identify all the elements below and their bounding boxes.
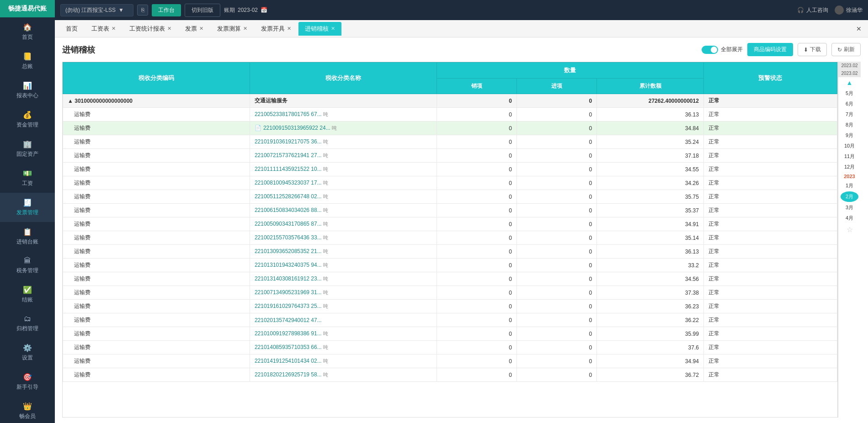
table-row[interactable]: 运输费 221018202126925719 58... 吨 0 0 36.72… [63,368,837,382]
refresh-button[interactable]: ↻ 刷新 [831,43,861,56]
panel-month-7[interactable]: 7月 [838,109,861,120]
main-content: (勿动) 江西报宝-LSS ▼ ⎘ 工作台 切到旧版 账期 2023-02 📅 … [55,0,868,423]
sidebar-item-label: 发票管理 [16,209,38,217]
close-tab-invoice-calc[interactable]: ✕ [243,26,247,32]
download-button[interactable]: ⬇ 下载 [798,43,827,56]
switch-version-button[interactable]: 切到旧版 [185,4,220,17]
cell-cumulative: 34.56 [597,272,704,286]
table-row[interactable]: 运输费 221007215737621941 27... 吨 0 0 37.18… [63,149,837,163]
sidebar-item-label: 总账 [22,63,33,70]
table-row[interactable]: 运输费 221005090343170865 87... 吨 0 0 34.91… [63,217,837,231]
cell-jin: 0 [517,176,597,190]
panel-month-8[interactable]: 8月 [838,120,861,130]
sidebar-item-tax[interactable]: 🏛 税务管理 [0,251,55,280]
sidebar-item-reports[interactable]: 📊 报表中心 [0,76,55,105]
col-status: 预警状态 [703,63,837,94]
cell-status: 正常 [703,94,837,108]
toggle-switch[interactable] [702,46,718,54]
settings-button[interactable]: 商品编码设置 [747,43,793,56]
settings-icon: ⚙️ [23,344,32,352]
panel-month-2-active[interactable]: 2月 [841,191,858,202]
tab-salary[interactable]: 工资表 ✕ [85,22,122,36]
table-row[interactable]: 运输费 221020135742940012 47... 0 0 36.22 正… [63,313,837,327]
data-table-wrapper[interactable]: 税收分类编码 税收分类名称 数量 预警状态 销项 进项 累计数额 [62,62,838,418]
sidebar-item-home[interactable]: 🏠 首页 [0,17,55,47]
cell-tax-code: 221006150834034026 88... 吨 [250,204,437,217]
panel-month-3[interactable]: 3月 [838,202,861,213]
cell-jin: 0 [517,300,597,313]
table-row[interactable]: 运输费 221011111435921522 10... 吨 0 0 34.55… [63,163,837,176]
cell-tax-code: 221014191254101434 02... 吨 [250,354,437,368]
panel-month-9[interactable]: 9月 [838,130,861,141]
copy-button[interactable]: ⎘ [137,5,148,16]
panel-month-12[interactable]: 12月 [838,162,861,172]
sidebar-item-archive[interactable]: 🗂 归档管理 [0,309,55,338]
panel-month-11[interactable]: 11月 [838,151,861,162]
workbench-button[interactable]: 工作台 [152,4,181,16]
sidebar-item-in-out[interactable]: 📋 进销台账 [0,222,55,251]
close-tab-invoice-open[interactable]: ✕ [287,26,291,32]
sidebar-item-guide[interactable]: 🎯 新手引导 [0,367,55,397]
panel-year-label-1: 2023.02 [838,62,861,69]
tab-invoice-calc[interactable]: 发票测算 ✕ [211,22,254,36]
panel-up-nav[interactable]: ▲ [838,77,861,88]
cell-jin: 0 [517,341,597,354]
table-row[interactable]: 运输费 221005112528266748 02... 吨 0 0 35.75… [63,190,837,204]
panel-year-label-2: 2023.02 [838,69,861,77]
sidebar-item-assets[interactable]: 🏢 固定资产 [0,134,55,164]
panel-month-4[interactable]: 4月 [838,213,861,223]
table-row[interactable]: 运输费 221006150834034026 88... 吨 0 0 35.37… [63,204,837,217]
table-row[interactable]: ▲ 3010000000000000000 交通运输服务 0 0 27262.4… [63,94,837,108]
panel-month-1[interactable]: 1月 [838,180,861,191]
close-all-tabs[interactable]: ✕ [854,23,863,34]
sidebar-item-settings[interactable]: ⚙️ 设置 [0,338,55,367]
doc-icon[interactable]: 📄 [255,125,261,131]
sidebar-item-invoice-mgmt[interactable]: 🧾 发票管理 [0,193,55,222]
user-menu[interactable]: 徐涵华 [835,5,863,15]
topbar-right: 🎧 人工咨询 徐涵华 [797,5,863,15]
table-row[interactable]: 运输费 221013140308161912 23... 吨 0 0 34.56… [63,272,837,286]
table-row[interactable]: 运输费 📄221009150313965922 24... 吨 0 0 34.8… [63,122,837,135]
close-tab-salary[interactable]: ✕ [112,26,116,32]
table-row[interactable]: 运输费 221014191254101434 02... 吨 0 0 34.94… [63,354,837,368]
table-row[interactable]: 运输费 221007134905231969 31... 吨 0 0 37.38… [63,286,837,300]
close-tab-invoice[interactable]: ✕ [199,26,203,32]
sidebar-item-ledger[interactable]: 📒 总账 [0,47,55,76]
invoice-icon: 🧾 [23,198,32,207]
panel-month-5[interactable]: 5月 [838,88,861,99]
sidebar-item-label: 进销台账 [16,238,38,246]
table-row[interactable]: 运输费 221008100945323037 17... 吨 0 0 34.26… [63,176,837,190]
panel-month-6[interactable]: 6月 [838,99,861,109]
sidebar-item-label: 首页 [22,33,33,41]
sidebar-item-label: 畅会员 [19,412,36,420]
tab-home-label: 首页 [66,25,78,33]
sidebar-item-label: 结账 [22,296,33,304]
cell-cumulative: 36.23 [597,300,704,313]
table-row[interactable]: 运输费 221002155703576436 33... 吨 0 0 35.14… [63,231,837,245]
tab-invoice-open[interactable]: 发票开具 ✕ [255,22,298,36]
tab-home[interactable]: 首页 [59,22,84,36]
tab-invoice-open-label: 发票开具 [261,25,285,33]
tab-jxcheck[interactable]: 进销稽核 ✕ [298,22,341,36]
table-row[interactable]: 运输费 221010091927898386 91... 吨 0 0 35.99… [63,327,837,341]
sidebar-item-settlement[interactable]: ✅ 结账 [0,280,55,309]
table-row[interactable]: 运输费 221013093652085352 21... 吨 0 0 36.13… [63,245,837,259]
table-row[interactable]: 运输费 221014085935710353 66... 吨 0 0 37.6 … [63,341,837,354]
close-tab-salary-stats[interactable]: ✕ [167,26,171,32]
sidebar-item-salary[interactable]: 💵 工资 [0,164,55,193]
company-selector[interactable]: (勿动) 江西报宝-LSS ▼ [60,4,133,16]
table-row[interactable]: 运输费 221013101943240375 94... 吨 0 0 33.2 … [63,259,837,272]
tab-salary-stats[interactable]: 工资统计报表 ✕ [123,22,178,36]
tab-invoice[interactable]: 发票 ✕ [179,22,210,36]
panel-month-10[interactable]: 10月 [838,141,861,151]
table-row[interactable]: 运输费 221019103619217075 36... 吨 0 0 35.24… [63,135,837,149]
tax-icon: 🏛 [24,257,31,265]
panel-year-2023[interactable]: 2023 [838,172,861,180]
support-link[interactable]: 🎧 人工咨询 [797,6,828,14]
table-row[interactable]: 运输费 221019161029764373 25... 吨 0 0 36.23… [63,300,837,313]
sidebar-item-fund[interactable]: 💰 资金管理 [0,105,55,134]
close-tab-jxcheck[interactable]: ✕ [331,26,335,32]
table-row[interactable]: 运输费 221005233817801765 67... 吨 0 0 36.13… [63,108,837,122]
expand-all-toggle[interactable]: 全部展开 [702,46,743,54]
sidebar-item-member[interactable]: 👑 畅会员 [0,397,55,423]
